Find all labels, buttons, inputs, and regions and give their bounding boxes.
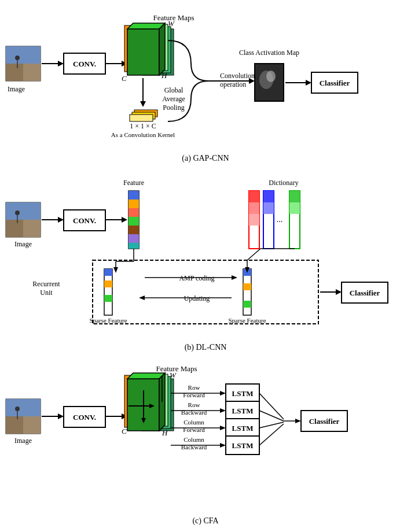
svg-rect-75 <box>243 301 251 308</box>
col-backward-label2: Backward <box>181 444 207 450</box>
conv-op-label2: operation <box>220 80 246 88</box>
svg-rect-74 <box>243 283 251 290</box>
svg-point-29 <box>266 71 276 82</box>
svg-rect-17 <box>127 29 159 75</box>
gap-label3: Pooling <box>163 104 184 112</box>
row-forward-label: Row <box>188 384 200 391</box>
caption-c: (c) CFA <box>192 516 219 526</box>
svg-rect-54 <box>249 191 259 202</box>
svg-rect-89 <box>6 416 23 434</box>
caption-a: (a) GAP-CNN <box>182 154 229 163</box>
svg-rect-67 <box>104 295 112 302</box>
kernel-label: As a Convolution Kernel <box>111 131 175 138</box>
svg-rect-56 <box>249 214 259 226</box>
caption-b: (b) DL-CNN <box>185 343 227 352</box>
svg-rect-50 <box>129 226 139 234</box>
svg-point-38 <box>15 210 20 215</box>
classifier-label-b: Classifier <box>350 289 380 297</box>
kernel-size-label: 1 × 1 × C <box>130 122 156 130</box>
sparse-feature-right-label: Sparse Feature <box>228 317 266 324</box>
sparse-feature-left-label: Sparse Feature <box>89 317 127 324</box>
amp-coding-label: AMP coding <box>179 274 214 282</box>
svg-rect-90 <box>23 416 41 434</box>
section-a: Image CONV. W <box>0 0 411 168</box>
svg-rect-37 <box>23 220 41 237</box>
svg-rect-65 <box>104 269 112 276</box>
lstm4-label: LSTM <box>232 441 254 450</box>
gap-label2: Average <box>162 95 185 103</box>
c-label-c: C <box>122 427 127 435</box>
gap-label: Global <box>164 86 184 94</box>
svg-rect-48 <box>129 208 139 217</box>
svg-rect-51 <box>129 234 139 243</box>
svg-rect-36 <box>6 220 23 237</box>
image-label-c: Image <box>14 437 32 445</box>
svg-rect-66 <box>104 280 112 287</box>
image-label-b: Image <box>14 240 32 248</box>
svg-marker-104 <box>127 373 165 379</box>
svg-rect-58 <box>263 191 274 202</box>
conv-label-c: CONV. <box>73 413 96 422</box>
lstm2-label: LSTM <box>232 407 254 415</box>
svg-rect-4 <box>23 64 41 81</box>
conv-label-b: CONV. <box>73 216 96 225</box>
svg-rect-35 <box>6 202 41 220</box>
row-forward-label2: Forward <box>183 391 205 398</box>
svg-marker-19 <box>159 23 165 75</box>
section-c: Image CONV. W H <box>0 359 411 532</box>
svg-rect-55 <box>249 202 259 214</box>
svg-point-91 <box>15 407 20 411</box>
col-forward-label2: Forward <box>183 426 205 433</box>
updating-label: Updating <box>184 294 210 302</box>
lstm3-label: LSTM <box>232 424 254 433</box>
svg-rect-24 <box>130 114 153 121</box>
image-label-a: Image <box>8 85 25 93</box>
col-forward-label: Column <box>184 419 204 426</box>
h-label-c: H <box>162 428 168 437</box>
recurrent-unit-label: Recurrent <box>32 280 60 288</box>
recurrent-unit-label2: Unit <box>40 289 53 297</box>
dots-b: ... <box>277 215 283 224</box>
classifier-label-c: Classifier <box>309 417 340 426</box>
c-label-a: C <box>122 74 127 83</box>
feature-maps-label-a: Feature Maps <box>153 13 194 22</box>
svg-rect-33 <box>0 168 411 359</box>
feature-maps-label-c: Feature Maps <box>156 364 197 373</box>
svg-point-5 <box>15 56 20 60</box>
feature-label-b: Feature <box>123 179 144 187</box>
svg-rect-47 <box>129 200 139 208</box>
row-backward-label2: Backward <box>181 409 207 416</box>
svg-rect-62 <box>289 202 300 214</box>
svg-rect-88 <box>6 399 41 416</box>
conv-label-a: CONV. <box>73 60 96 68</box>
svg-rect-46 <box>129 191 139 200</box>
h-label-a: H <box>161 71 167 80</box>
lstm1-label: LSTM <box>232 389 254 398</box>
section-b: Image CONV. Feature Dictionary ... <box>0 168 411 359</box>
col-backward-label: Column <box>184 436 204 443</box>
svg-marker-18 <box>127 23 165 29</box>
row-backward-label: Row <box>188 401 200 408</box>
svg-rect-59 <box>263 202 274 214</box>
cam-label: Class Activation Map <box>239 49 299 57</box>
dictionary-label-b: Dictionary <box>269 179 298 187</box>
classifier-label-a: Classifier <box>320 79 350 87</box>
svg-rect-3 <box>6 64 23 81</box>
svg-rect-52 <box>129 243 139 249</box>
svg-rect-49 <box>129 217 139 226</box>
svg-rect-61 <box>289 191 300 202</box>
svg-rect-2 <box>6 46 41 64</box>
